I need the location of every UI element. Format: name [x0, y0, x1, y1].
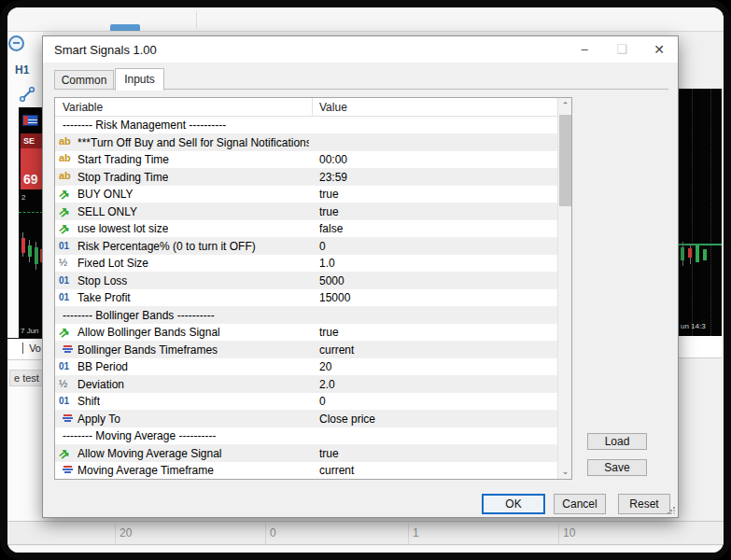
- table-row[interactable]: -------- Risk Management ----------: [55, 117, 557, 134]
- close-icon[interactable]: ✕: [640, 36, 678, 63]
- param-label: ***Turn Off Buy and Sell for Signal Noti…: [77, 136, 309, 149]
- table-row[interactable]: 01Shift0: [55, 393, 557, 411]
- table-row[interactable]: Moving Average Timeframecurrent: [55, 462, 557, 480]
- table-row[interactable]: Apply ToClose price: [55, 411, 557, 428]
- chart-tab-fragment[interactable]: Vo: [22, 343, 41, 354]
- param-value[interactable]: true: [319, 326, 339, 339]
- enum-param-icon: [59, 466, 76, 480]
- param-label: -------- Moving Average ----------: [63, 429, 216, 442]
- param-value[interactable]: 0: [319, 240, 326, 253]
- cell-divider: [265, 524, 266, 544]
- param-value[interactable]: 20: [319, 360, 331, 373]
- table-row[interactable]: ⇉use lowest lot sizefalse: [55, 220, 557, 238]
- column-header-value[interactable]: Value: [319, 101, 347, 114]
- table-row[interactable]: ½Fixed Lot Size1.0: [55, 255, 557, 273]
- background-toolbar: [7, 7, 724, 32]
- bool-param-icon: ⇉: [56, 441, 78, 464]
- param-value[interactable]: 1.0: [319, 257, 335, 270]
- param-value[interactable]: current: [319, 343, 354, 357]
- param-value[interactable]: Close price: [319, 413, 375, 426]
- table-row[interactable]: ⇉BUY ONLYtrue: [55, 186, 557, 203]
- scroll-down-icon[interactable]: ⌄: [558, 464, 572, 479]
- table-rows: -------- Risk Management ----------ab***…: [55, 117, 557, 480]
- param-label: use lowest lot size: [77, 222, 168, 235]
- table-row[interactable]: ⇉Allow Moving Average Signaltrue: [55, 445, 557, 463]
- smart-signals-dialog: Smart Signals 1.00 – ❑ ✕ Common Inputs V…: [42, 35, 679, 518]
- load-button[interactable]: Load: [587, 433, 647, 450]
- trendline-tool-icon[interactable]: [19, 86, 35, 106]
- scroll-up-icon[interactable]: ⌃: [558, 98, 572, 113]
- chart-time-label: un 14:3: [681, 322, 706, 330]
- chart-area-left-sliver: SE 69 2 7 Jun: [19, 107, 43, 338]
- int-param-icon: 01: [59, 292, 76, 307]
- chart-tabstrip-right: [679, 336, 722, 358]
- param-label: Allow Bollinger Bands Signal: [77, 326, 220, 339]
- save-button[interactable]: Save: [587, 459, 647, 476]
- data-cell: 10: [563, 526, 575, 539]
- table-row[interactable]: abStop Trading Time23:59: [55, 169, 557, 187]
- param-value[interactable]: false: [319, 222, 343, 235]
- dialog-titlebar[interactable]: Smart Signals 1.00 – ❑ ✕: [43, 36, 678, 63]
- enum-bar: [63, 466, 72, 468]
- param-label: Start Trading Time: [77, 153, 169, 166]
- enum-bar: [64, 420, 71, 422]
- table-row[interactable]: 01BB Period20: [55, 358, 557, 376]
- candle: [703, 249, 707, 260]
- zoom-out-icon[interactable]: [8, 35, 24, 51]
- sell-button-header[interactable]: SE: [21, 133, 43, 148]
- param-label: Moving Average Timeframe: [77, 464, 214, 477]
- ok-button[interactable]: OK: [482, 494, 545, 514]
- reset-button[interactable]: Reset: [618, 494, 670, 514]
- resize-grip[interactable]: [667, 506, 675, 514]
- tab-common[interactable]: Common: [54, 70, 114, 90]
- enum-bar: [63, 469, 73, 470]
- param-label: Fixed Lot Size: [77, 257, 148, 270]
- table-row[interactable]: 01Stop Loss5000: [55, 273, 557, 290]
- table-row[interactable]: ⇉SELL ONLYtrue: [55, 203, 557, 221]
- table-row[interactable]: -------- Moving Average ----------: [55, 427, 557, 445]
- table-row[interactable]: ½Deviation2.0: [55, 376, 557, 394]
- double-param-icon: ½: [59, 257, 76, 272]
- candle: [681, 247, 684, 260]
- param-label: Allow Moving Average Signal: [77, 447, 222, 460]
- param-value[interactable]: true: [319, 447, 339, 460]
- tab-inputs[interactable]: Inputs: [115, 68, 164, 91]
- minimize-icon[interactable]: –: [566, 36, 603, 63]
- table-row[interactable]: -------- Bollinger Bands ----------: [55, 307, 557, 325]
- sell-button[interactable]: 69: [21, 148, 43, 189]
- param-value[interactable]: true: [319, 205, 339, 218]
- enum-bar: [63, 417, 73, 419]
- param-label: -------- Bollinger Bands ----------: [63, 309, 215, 322]
- chart-tabstrip-left: Vo: [7, 338, 43, 360]
- param-value[interactable]: current: [319, 464, 354, 477]
- param-value[interactable]: 23:59: [319, 171, 347, 184]
- param-value[interactable]: true: [319, 188, 339, 201]
- price-level-line: [19, 212, 43, 213]
- maximize-icon[interactable]: ❑: [603, 36, 640, 63]
- param-value[interactable]: 15000: [319, 291, 350, 304]
- timeframe-h1-button[interactable]: H1: [15, 63, 29, 77]
- scrollbar-thumb[interactable]: [559, 115, 571, 206]
- table-row[interactable]: ⇉Allow Bollinger Bands Signaltrue: [55, 324, 557, 342]
- cancel-button[interactable]: Cancel: [554, 494, 606, 514]
- int-param-icon: 01: [59, 275, 76, 290]
- table-row[interactable]: 01Take Profit15000: [55, 289, 557, 307]
- table-row[interactable]: 01Risk Percentage% (0 to turn it OFF)0: [55, 238, 557, 256]
- vertical-scrollbar[interactable]: ⌃ ⌄: [557, 98, 571, 479]
- cell-divider: [115, 524, 116, 544]
- param-value[interactable]: 5000: [319, 274, 344, 287]
- toolbar-button-fragment: [110, 24, 140, 31]
- column-header-variable[interactable]: Variable: [63, 101, 103, 114]
- table-row[interactable]: abStart Trading Time00:00: [55, 151, 557, 169]
- chart-date-label: 7 Jun: [21, 327, 39, 335]
- indicator-line: [679, 244, 722, 245]
- param-value[interactable]: 2.0: [319, 378, 335, 391]
- param-value[interactable]: 0: [319, 395, 326, 408]
- table-row[interactable]: ab***Turn Off Buy and Sell for Signal No…: [55, 134, 557, 152]
- table-row[interactable]: Bollinger Bands Timeframescurrent: [55, 342, 557, 359]
- param-label: Bollinger Bands Timeframes: [77, 343, 218, 357]
- param-value[interactable]: 00:00: [319, 153, 347, 166]
- data-cell: 0: [270, 526, 276, 539]
- price-tick-digit: 2: [21, 193, 25, 202]
- param-label: Take Profit: [77, 291, 131, 304]
